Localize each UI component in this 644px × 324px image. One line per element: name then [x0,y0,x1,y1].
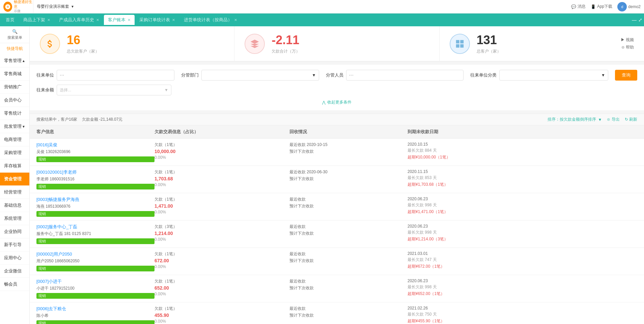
customer-info-5: [000002]用户2050 用户2050 18665062050 现销 [36,251,155,271]
app-download-button[interactable]: 📱 App下载 [591,4,612,9]
sidebar-item-basic[interactable]: 基础信息 [0,199,29,212]
customer-name-1[interactable]: [0016]吴俊 [36,142,155,148]
customer-phone-1: 吴俊 13026203696 [36,149,155,155]
collapse-label: 收起更多条件 [327,99,352,105]
tab-close-stock-stats[interactable]: ✕ [234,18,237,22]
overdue-link-4[interactable]: 超期¥1,214.00（3笔） [408,236,637,242]
logo-text: 畅捷通好生意 [14,0,33,9]
sidebar-item-app-center[interactable]: 应用中心 [0,252,29,265]
tab-close-products[interactable]: ✕ [47,18,50,22]
customer-name-5[interactable]: [000002]用户2050 [36,251,155,257]
sidebar-item-retail-store[interactable]: 零售商城 [0,67,29,81]
sidebar-item-purchase[interactable]: 采购管理 [0,146,29,159]
col-debt-info: 欠款交易信息（占比） [155,129,289,135]
sidebar-item-retail-stats[interactable]: 零售统计 [0,107,29,120]
customer-name-4[interactable]: [0002]服务中心_丁磊 [36,224,155,230]
tab-products[interactable]: 商品上下架 ✕ [19,15,54,25]
overdue-link-5[interactable]: 超期¥672.00（1笔） [408,264,637,269]
overdue-link-6[interactable]: 超期¥652.00（1笔） [408,291,637,297]
customer-name-2[interactable]: [0001020001]李老师 [36,169,155,175]
balance-select[interactable]: 选择... ▼ [57,85,171,95]
results-bar: 搜索结果中，客户16家 欠款金额 -21,148.07元 排序：按欠款金额倒序排… [30,114,644,125]
video-button[interactable]: ▶ 视频 [621,37,634,43]
source-unit-input[interactable]: ··· [57,70,174,81]
customer-tag-7: 现销 [36,320,155,324]
sidebar-item-system[interactable]: 系统管理 [0,212,29,225]
overdue-link-3[interactable]: 超期¥1,471.00（1笔） [408,209,637,215]
tab-maximize-icon[interactable]: ⤢ [638,17,642,23]
customer-name-3[interactable]: [0003]畅捷服务尹海燕 [36,197,155,203]
user-name: demo2 [628,4,641,9]
sidebar-item-stock-calc[interactable]: 库存核算 [0,159,29,173]
tab-stock-stats[interactable]: 进货单统计表（按商品） ✕ [180,15,241,25]
quick-nav-button[interactable]: 快捷导航 [0,43,29,54]
tab-close-purchase[interactable]: ✕ [172,18,175,22]
message-icon: 💬 [571,4,576,9]
tab-stock-history[interactable]: 产成品入库单历史 ✕ [55,15,103,25]
sidebar-item-vip[interactable]: 畅会员 [0,278,29,291]
search-menu-label: 搜索菜单 [7,35,22,40]
manager-input[interactable]: ··· [346,70,464,81]
sidebar-item-membership[interactable]: 会员中心 [0,94,29,107]
help-button[interactable]: ⊙ 帮助 [621,45,634,50]
col-due-date: 到期未收款日期 [408,129,637,135]
sidebar-item-batch-mgmt[interactable]: 批发管理 ▼ [0,120,29,133]
table-container: 客户信息 欠款交易信息（占比） 回收情况 到期未收款日期 [0016]吴俊 吴俊… [30,125,644,324]
sidebar-item-operations[interactable]: 经营管理 [0,186,29,199]
sidebar-item-enterprise-collab[interactable]: 企业协同 [0,225,29,238]
search-menu-button[interactable]: 🔍 搜索菜单 [0,26,29,43]
message-label: 消息 [578,4,586,9]
top-bar: 畅捷通好生意 示微 母婴行业演示账套 ▼ 💬 消息 📱 App下载 d demo… [0,0,644,13]
sidebar-item-ecommerce[interactable]: 电商管理 [0,133,29,146]
overdue-link-1[interactable]: 超期¥10,000.00（1笔） [408,154,637,160]
logo-area: 畅捷通好生意 示微 [3,0,33,13]
sidebar: 🔍 搜索菜单 快捷导航 零售管理 ▲ 零售商城 营销推广 会员中心 零售统计 批… [0,26,30,324]
tab-close-stock[interactable]: ✕ [96,18,99,22]
refresh-icon: ↻ [625,117,628,122]
message-button[interactable]: 💬 消息 [571,4,586,9]
source-category-dropdown[interactable]: ▼ [499,70,608,81]
sidebar-item-enterprise-wechat[interactable]: 企业微信 [0,265,29,278]
collapse-button[interactable]: ⋀ 收起更多条件 [36,99,637,105]
chevron-down-icon-balance: ▼ [164,88,168,92]
results-summary: 搜索结果中，客户16家 欠款金额 -21,148.07元 [36,117,122,122]
sidebar-item-marketing[interactable]: 营销推广 [0,81,29,94]
table-header: 客户信息 欠款交易信息（占比） 回收情况 到期未收款日期 [30,125,644,139]
source-unit-label: 往来单位 [36,72,54,78]
dept-dropdown[interactable]: ▼ [201,70,319,81]
logo-text-area: 畅捷通好生意 示微 [14,0,33,13]
user-menu[interactable]: d demo2 [617,2,641,11]
collapse-icon: ⋀ [322,100,326,105]
tab-purchase-orders[interactable]: 采购订单统计表 ✕ [135,15,179,25]
export-button[interactable]: ⊙ 导出 [607,117,619,122]
tab-customer-account[interactable]: 客户账本 ✕ [104,15,135,25]
sidebar-item-retail-mgmt[interactable]: 零售管理 ▲ [0,54,29,67]
filter-balance: 往来余额 选择... ▼ [36,85,171,95]
customer-phone-4: 服务中心_丁磊 181 0125 8371 [36,231,155,237]
sidebar-item-finance[interactable]: 资金管理 [0,173,29,186]
dept-label: 分管部门 [181,72,199,78]
sidebar-item-newbie[interactable]: 新手引导 [0,238,29,252]
refresh-button[interactable]: ↻ 刷新 [625,117,637,122]
customer-name-6[interactable]: [0007]小进干 [36,278,155,285]
search-button[interactable]: 查询 [615,70,637,81]
overdue-link-7[interactable]: 超期¥455.90（1笔） [408,318,637,324]
customer-info-6: [0007]小进干 小进干 18279152100 现销 [36,278,155,299]
chevron-icon: ▲ [22,59,25,63]
customer-info-7: [0006]去下粮仓 陈小希 现销 [36,306,155,324]
stat-total-value: 131 [477,33,501,47]
stat-total-label: 总客户（家） [477,49,501,54]
overdue-link-2[interactable]: 超期¥1,703.68（1笔） [408,182,637,187]
sort-dropdown[interactable]: 排序：按欠款金额倒序排序 ▼ [548,117,602,122]
tab-close-account[interactable]: ✕ [128,18,131,22]
results-right: 排序：按欠款金额倒序排序 ▼ ⊙ 导出 ↻ 刷新 [548,117,637,122]
store-selector[interactable]: 母婴行业演示账套 ▼ [33,0,79,13]
tab-minimize-icon[interactable]: — [632,17,637,23]
table-row: [000002]用户2050 用户2050 18665062050 现销 欠款（… [30,248,644,275]
chevron-icon-batch: ▼ [22,125,25,128]
debt-info-2: 欠款（1笔） 1,703.68 0.00% [155,169,289,187]
overdue-info-5: 2021.03.01 最长欠款 747 天 超期¥672.00（1笔） [408,251,637,269]
customer-tag-6: 现销 [36,293,155,299]
customer-name-7[interactable]: [0006]去下粮仓 [36,306,155,312]
tab-home[interactable]: 首页 [2,15,19,25]
